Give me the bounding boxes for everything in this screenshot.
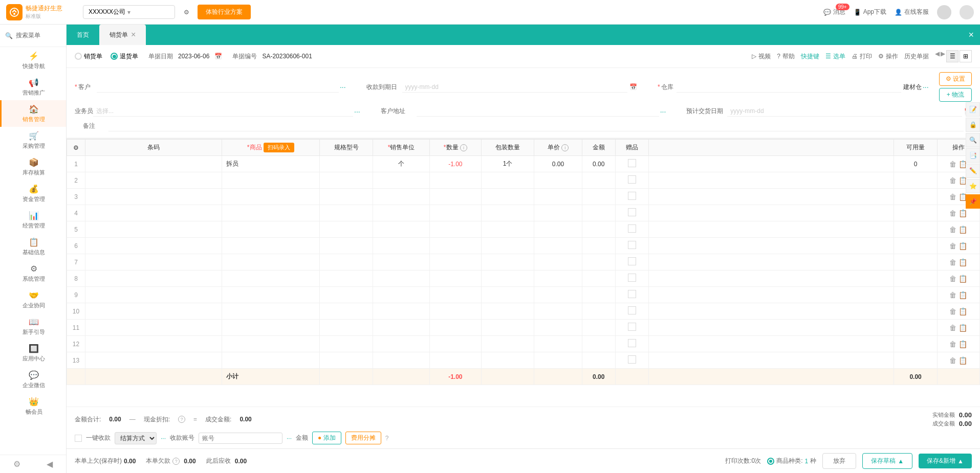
pkg-qty-cell[interactable] [481,271,534,287]
customer-dots[interactable]: ··· [340,83,346,91]
gift-checkbox[interactable] [628,159,636,167]
barcode-cell[interactable] [85,189,222,205]
barcode-cell[interactable] [85,336,222,352]
float-btn-3[interactable]: 🔍 [966,133,980,147]
layout-btn-list[interactable]: ☰ [946,50,959,62]
action-help[interactable]: ? 帮助 [777,52,795,61]
amount-cell[interactable] [582,303,615,320]
action-shortcut[interactable]: 快捷键 [801,52,819,61]
barcode-cell[interactable] [85,352,222,369]
delete-icon[interactable]: 🗑 [949,258,956,266]
message-button[interactable]: 💬 消息 99+ [823,8,845,16]
spec-cell[interactable] [320,221,373,238]
unit-cell[interactable] [373,221,429,238]
spec-cell[interactable] [320,271,373,287]
barcode-cell[interactable] [85,205,222,221]
barcode-input-0[interactable] [90,161,217,168]
account-input[interactable] [199,433,282,444]
delete-icon[interactable]: 🗑 [949,340,956,348]
barcode-cell[interactable] [85,320,222,336]
gift-checkbox[interactable] [628,257,636,265]
product-cell[interactable] [222,287,320,303]
product-cell[interactable] [222,189,320,205]
float-btn-4[interactable]: 📑 [966,148,980,163]
sidebar-item-basic-info[interactable]: 📋 基础信息 [0,233,66,260]
delete-icon[interactable]: 🗑 [949,356,956,365]
company-selector[interactable]: XXXXXX公司 ▾ [83,5,175,19]
unit-price-cell[interactable] [534,238,582,254]
payment-due-input[interactable] [402,82,628,93]
spec-cell[interactable] [320,320,373,336]
amount-cell[interactable] [582,320,615,336]
qty-info-icon[interactable]: i [460,144,467,151]
barcode-cell[interactable] [85,254,222,271]
gift-cell[interactable] [615,352,648,369]
tab-close-icon[interactable]: × [131,31,136,39]
pkg-qty-cell[interactable] [481,287,534,303]
barcode-input-5[interactable] [90,242,217,250]
unit-cell[interactable] [373,320,429,336]
gift-checkbox[interactable] [628,355,636,364]
product-cell[interactable] [222,254,320,271]
barcode-input-9[interactable] [90,308,217,315]
unit-cell[interactable] [373,205,429,221]
qty-cell[interactable] [430,352,482,369]
app-download-button[interactable]: 📱 App下载 [854,8,886,16]
barcode-cell[interactable] [85,238,222,254]
cash-discount-info[interactable]: ? [178,416,185,423]
user-avatar[interactable] [937,5,951,19]
gift-cell[interactable] [615,221,648,238]
gift-checkbox[interactable] [628,241,636,249]
product-cell[interactable] [222,303,320,320]
product-cell[interactable] [222,238,320,254]
barcode-input-8[interactable] [90,291,217,299]
sidebar-item-member[interactable]: 👑 畅会员 [0,393,66,419]
spec-cell[interactable] [320,352,373,369]
unit-price-cell[interactable] [534,352,582,369]
gift-cell[interactable] [615,271,648,287]
sidebar-item-weixin[interactable]: 💬 企业微信 [0,366,66,393]
amount-cell[interactable] [582,271,615,287]
date-calendar-icon[interactable]: 📅 [214,53,222,60]
qty-cell[interactable] [430,189,482,205]
unit-cell[interactable] [373,352,429,369]
pkg-qty-cell[interactable] [481,221,534,238]
customer-addr-input[interactable] [417,106,659,117]
sidebar-item-enterprise[interactable]: 🤝 企业协同 [0,286,66,313]
delete-icon[interactable]: 🗑 [949,324,956,332]
barcode-cell[interactable] [85,287,222,303]
barcode-cell[interactable] [85,221,222,238]
unit-cell[interactable] [373,287,429,303]
delete-icon[interactable]: 🗑 [949,291,956,299]
settings-bottom-icon[interactable]: ⚙ [13,459,20,469]
settings-icon-btn[interactable]: ⚙ [179,5,193,19]
barcode-input-1[interactable] [90,177,217,184]
account-dots[interactable]: ··· [287,435,292,442]
product-cell[interactable] [222,320,320,336]
product-cell[interactable] [222,172,320,189]
gift-cell[interactable] [615,189,648,205]
pkg-qty-cell[interactable]: 1个 [481,156,534,172]
gift-checkbox[interactable] [628,323,636,331]
delete-icon[interactable]: 🗑 [949,209,956,217]
gift-checkbox[interactable] [628,208,636,216]
spec-cell[interactable] [320,189,373,205]
delete-icon[interactable]: 🗑 [949,160,956,168]
online-service-button[interactable]: 👤 在线客服 [895,8,929,16]
scan-button[interactable]: 扫码录入 [264,143,294,152]
gift-checkbox[interactable] [628,290,636,298]
unit-cell[interactable] [373,254,429,271]
gift-cell[interactable] [615,156,648,172]
gift-checkbox[interactable] [628,339,636,347]
spec-cell[interactable] [320,287,373,303]
product-type-radio[interactable] [767,458,774,465]
addr-dots[interactable]: ··· [660,107,666,116]
salesperson-dots[interactable]: ··· [354,107,360,116]
gift-cell[interactable] [615,205,648,221]
unit-price-cell[interactable] [534,336,582,352]
sidebar-item-sales[interactable]: 🏠 销售管理 [0,100,66,127]
amount-cell[interactable]: 0.00 [582,156,615,172]
copy-icon[interactable]: 📋 [959,324,967,332]
spec-cell[interactable] [320,303,373,320]
delete-icon[interactable]: 🗑 [949,193,956,201]
